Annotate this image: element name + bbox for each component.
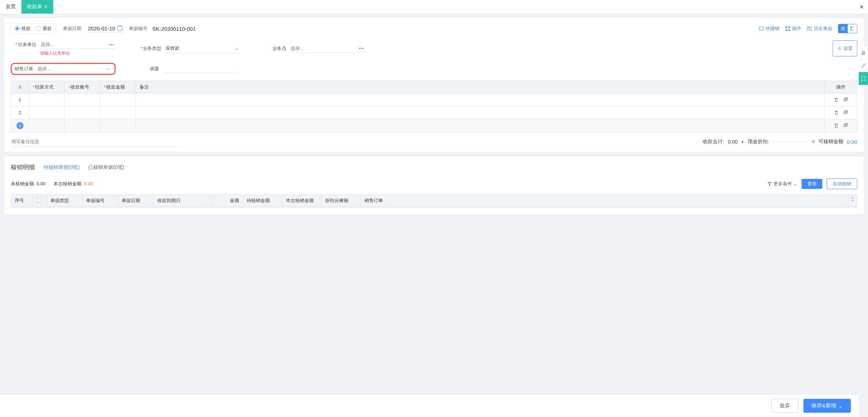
- auto-writeoff-button[interactable]: 自动核销: [827, 179, 857, 189]
- tab-done[interactable]: 已核销单据(0笔): [88, 164, 124, 171]
- radio-receive[interactable]: 收款: [15, 25, 31, 32]
- total-label: 收款合计:: [703, 139, 724, 145]
- copy-icon[interactable]: [843, 97, 848, 102]
- copy-icon[interactable]: [843, 110, 848, 115]
- cell-remark[interactable]: [136, 94, 825, 106]
- date-value: 2020-01-10: [88, 25, 115, 31]
- svg-rect-23: [862, 51, 864, 52]
- col-num: 单据编号: [82, 195, 118, 207]
- gear-icon: [17, 85, 22, 90]
- cell-account[interactable]: [65, 106, 100, 119]
- summary-label: 摘要: [133, 66, 159, 72]
- side-expand-button[interactable]: [859, 72, 868, 85]
- trash-icon[interactable]: [834, 110, 839, 115]
- date-input[interactable]: 2020-01-10: [86, 25, 124, 32]
- tab-home[interactable]: 首页: [0, 0, 21, 14]
- close-icon[interactable]: ×: [44, 4, 47, 10]
- more-cond-label: 更多条件: [773, 181, 792, 187]
- salesorder-input[interactable]: •••: [37, 65, 112, 73]
- salesorder-field[interactable]: [37, 66, 106, 71]
- copy-icon[interactable]: [843, 123, 848, 128]
- cell-settle[interactable]: [29, 94, 65, 106]
- side-link-button[interactable]: [859, 59, 868, 72]
- svg-point-17: [839, 47, 840, 49]
- lookup-icon[interactable]: •••: [109, 42, 114, 47]
- tab-pending[interactable]: 待核销单据(0笔): [44, 164, 80, 171]
- summary-input[interactable]: [163, 65, 238, 73]
- operation-link[interactable]: 操作: [785, 25, 801, 32]
- link-icon: [861, 63, 866, 68]
- side-print-button[interactable]: [859, 46, 868, 59]
- partner-input[interactable]: •••: [40, 40, 115, 49]
- salesman-label: 业务员: [261, 45, 286, 52]
- trash-icon[interactable]: [834, 123, 839, 128]
- lookup-icon[interactable]: •••: [106, 67, 111, 71]
- checkbox-icon[interactable]: [37, 197, 42, 203]
- radio-refund[interactable]: 退款: [36, 25, 52, 32]
- setting-button[interactable]: 设置: [833, 40, 857, 56]
- col-remark: 备注: [136, 81, 825, 93]
- svg-rect-5: [786, 29, 787, 31]
- detail-icon: [850, 26, 855, 31]
- sort-down-icon[interactable]: ▼: [851, 199, 854, 202]
- add-row-button[interactable]: +: [16, 122, 24, 129]
- discount-label: 现金折扣:: [748, 139, 769, 145]
- col-date: 单据日期: [118, 195, 154, 207]
- cell-amount[interactable]: [100, 94, 136, 106]
- col-sort[interactable]: ▲ ▼: [848, 195, 857, 207]
- chevron-down-icon: ⌄: [793, 181, 797, 187]
- row-index: 2: [11, 106, 29, 119]
- remarks-input[interactable]: [11, 137, 182, 147]
- footer-cell: [29, 119, 65, 132]
- svg-rect-13: [851, 27, 852, 28]
- payment-grid: *结算方式 *收款账号 *收款金额 备注 操作 1 2: [11, 81, 857, 132]
- svg-rect-3: [786, 26, 787, 28]
- svg-rect-14: [851, 29, 852, 31]
- operation-label: 操作: [792, 25, 801, 32]
- calendar-icon[interactable]: [117, 26, 122, 31]
- salesman-field[interactable]: [291, 46, 359, 51]
- unwrite-info: 未核销金额: 0.00: [11, 181, 46, 187]
- gear-icon: [837, 46, 842, 51]
- col-pending: 待核销金额: [243, 195, 282, 207]
- close-panel-icon[interactable]: ×: [859, 3, 864, 11]
- lookup-icon[interactable]: •••: [359, 46, 364, 50]
- col-duedate: 收款到期日: [154, 195, 211, 207]
- grid-settings[interactable]: [11, 81, 29, 93]
- writeoff-label: 可核销金额: [818, 139, 843, 145]
- view-card-button[interactable]: [848, 24, 857, 33]
- svg-rect-4: [788, 26, 790, 28]
- col-discount: 折扣分摊额: [322, 195, 361, 207]
- col-order: 销售订单: [361, 195, 848, 207]
- row-index: 1: [11, 94, 29, 106]
- cell-account[interactable]: [65, 94, 100, 106]
- trash-icon[interactable]: [834, 97, 839, 102]
- tab-receipt[interactable]: 收款单 ×: [21, 0, 53, 14]
- cell-remark[interactable]: [136, 106, 825, 119]
- cell-settle[interactable]: [29, 106, 65, 119]
- plus-sign: +: [741, 139, 744, 145]
- summary-field[interactable]: [163, 66, 237, 71]
- funnel-icon: [767, 182, 772, 186]
- side-toolbar: [859, 46, 868, 85]
- biztype-select[interactable]: 应收款 ⌄: [165, 44, 240, 53]
- col-checkbox[interactable]: [32, 195, 47, 207]
- writeoff-value: 0.00: [847, 139, 857, 145]
- salesorder-label: 销售订单: [15, 66, 33, 72]
- cell-amount[interactable]: [100, 106, 136, 119]
- col-this: 本次核销金额: [282, 195, 322, 207]
- partner-label: *往来单位: [11, 41, 36, 48]
- partner-field[interactable]: [41, 42, 109, 47]
- table-row: 2: [11, 106, 857, 119]
- col-amount: 金额: [211, 195, 243, 207]
- chevron-down-icon: ⌄: [235, 45, 239, 51]
- history-link[interactable]: 历史单据: [807, 25, 832, 32]
- total-value: 0.00: [728, 139, 737, 145]
- shortcut-link[interactable]: 快捷键: [759, 25, 779, 32]
- more-conditions[interactable]: 更多条件 ⌄: [767, 181, 797, 187]
- discount-input[interactable]: [773, 142, 808, 142]
- salesman-input[interactable]: •••: [290, 44, 365, 53]
- view-list-button[interactable]: [838, 24, 848, 33]
- query-button[interactable]: 查询: [802, 179, 822, 189]
- svg-point-18: [19, 86, 20, 88]
